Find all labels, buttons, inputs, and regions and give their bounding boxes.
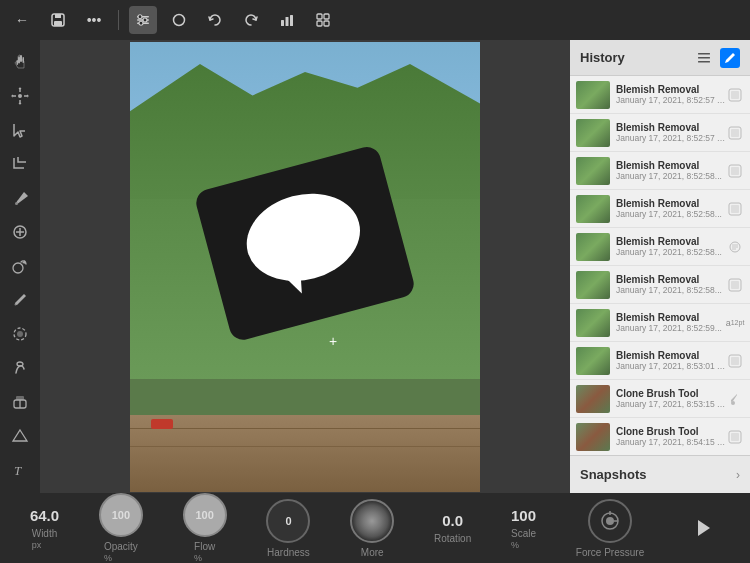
svg-rect-19 <box>17 60 19 65</box>
history-item[interactable]: Blemish Removal January 17, 2021, 8:52:5… <box>570 76 750 114</box>
wood-line2 <box>130 446 480 447</box>
history-time: January 17, 2021, 8:52:58... <box>616 285 726 295</box>
crop-tool[interactable] <box>4 148 36 180</box>
more-control[interactable]: More <box>350 499 394 558</box>
separator <box>118 10 119 30</box>
top-toolbar: ← ••• <box>0 0 750 40</box>
force-pressure-circle[interactable] <box>588 499 632 543</box>
width-control[interactable]: 64.0 Widthpx <box>30 507 59 550</box>
adjustment-tool[interactable] <box>129 6 157 34</box>
snapshots-section[interactable]: Snapshots › <box>570 455 750 493</box>
history-list[interactable]: Blemish Removal January 17, 2021, 8:52:5… <box>570 76 750 455</box>
hardness-circle[interactable]: 0 <box>266 499 310 543</box>
redo-button[interactable] <box>237 6 265 34</box>
opacity-label: Opacity% <box>104 541 138 563</box>
history-thumb <box>576 119 610 147</box>
history-item[interactable]: Clone Brush Tool January 17, 2021, 8:54:… <box>570 418 750 455</box>
blur-tool[interactable] <box>4 318 36 350</box>
grid-button[interactable] <box>309 6 337 34</box>
shapes-tool[interactable] <box>4 420 36 452</box>
back-button[interactable]: ← <box>8 6 36 34</box>
svg-point-34 <box>17 362 23 366</box>
opacity-circle[interactable]: 100 <box>99 493 143 537</box>
history-item[interactable]: Blemish Removal January 17, 2021, 8:52:5… <box>570 228 750 266</box>
svg-rect-18 <box>23 57 25 63</box>
canvas-area[interactable]: + <box>40 40 570 493</box>
svg-point-72 <box>606 517 614 525</box>
move-tool[interactable] <box>4 80 36 112</box>
svg-rect-41 <box>698 57 710 59</box>
history-item[interactable]: Blemish Removal January 17, 2021, 8:52:5… <box>570 266 750 304</box>
history-item-icon: a12pt <box>726 314 744 332</box>
svg-rect-20 <box>18 57 20 64</box>
force-pressure-icon <box>598 509 622 533</box>
svg-rect-58 <box>731 357 739 365</box>
history-edit-icon[interactable] <box>720 48 740 68</box>
history-item-icon <box>726 238 744 256</box>
history-item[interactable]: Blemish Removal January 17, 2021, 8:53:0… <box>570 342 750 380</box>
history-item[interactable]: Blemish Removal January 17, 2021, 8:52:5… <box>570 304 750 342</box>
crosshair-cursor: + <box>329 333 337 349</box>
history-thumb <box>576 195 610 223</box>
history-item[interactable]: Blemish Removal January 17, 2021, 8:52:5… <box>570 152 750 190</box>
undo-button[interactable] <box>201 6 229 34</box>
history-time: January 17, 2021, 8:52:57 AM <box>616 133 726 143</box>
hand-tool[interactable] <box>4 46 36 78</box>
svg-point-8 <box>139 21 143 25</box>
history-list-icon[interactable] <box>694 48 714 68</box>
bottom-toolbar: 64.0 Widthpx 100 Opacity% 100 Flow% 0 Ha… <box>0 493 750 563</box>
history-item[interactable]: Blemish Removal January 17, 2021, 8:52:5… <box>570 190 750 228</box>
svg-rect-56 <box>731 281 739 289</box>
wood-line1 <box>130 428 480 429</box>
heal-tool[interactable] <box>4 216 36 248</box>
history-item[interactable]: Clone Brush Tool January 17, 2021, 8:53:… <box>570 380 750 418</box>
history-item-icon <box>726 86 744 104</box>
eyedropper-tool[interactable] <box>4 284 36 316</box>
erase-tool[interactable] <box>4 386 36 418</box>
svg-point-33 <box>17 331 23 337</box>
scale-control[interactable]: 100 Scale% <box>511 507 536 550</box>
history-thumb <box>576 233 610 261</box>
flow-control[interactable]: 100 Flow% <box>183 493 227 563</box>
svg-rect-11 <box>286 17 289 26</box>
history-title: History <box>580 50 625 65</box>
history-item-icon <box>726 428 744 446</box>
opacity-control[interactable]: 100 Opacity% <box>99 493 143 563</box>
scale-value: 100 <box>511 507 536 524</box>
svg-point-59 <box>731 401 735 405</box>
history-action: Blemish Removal <box>616 198 726 209</box>
text-tool[interactable]: T <box>4 454 36 486</box>
svg-rect-1 <box>55 14 61 18</box>
play-button[interactable] <box>684 510 720 546</box>
svg-point-30 <box>13 263 23 273</box>
flow-circle[interactable]: 100 <box>183 493 227 537</box>
history-action: Blemish Removal <box>616 312 726 323</box>
force-pressure-control[interactable]: Force Pressure <box>576 499 644 558</box>
snapshots-chevron: › <box>736 468 740 482</box>
history-time: January 17, 2021, 8:52:58... <box>616 171 726 181</box>
speech-bubble <box>237 180 370 292</box>
svg-point-26 <box>15 202 18 205</box>
history-info: Clone Brush Tool January 17, 2021, 8:53:… <box>610 388 726 409</box>
save-button[interactable] <box>44 6 72 34</box>
clone-tool[interactable] <box>4 250 36 282</box>
paintbrush-tool[interactable] <box>4 182 36 214</box>
circle-tool[interactable] <box>165 6 193 34</box>
select-tool[interactable] <box>4 114 36 146</box>
history-thumb <box>576 309 610 337</box>
history-item[interactable]: Blemish Removal January 17, 2021, 8:52:5… <box>570 114 750 152</box>
histogram-button[interactable] <box>273 6 301 34</box>
rotation-control[interactable]: 0.0 Rotation <box>434 512 471 544</box>
history-thumb <box>576 271 610 299</box>
dodge-tool[interactable] <box>4 352 36 384</box>
history-info: Blemish Removal January 17, 2021, 8:52:5… <box>610 312 726 333</box>
more-button[interactable]: ••• <box>80 6 108 34</box>
more-label: More <box>361 547 384 558</box>
history-time: January 17, 2021, 8:52:58... <box>616 247 726 257</box>
svg-point-31 <box>15 304 17 306</box>
history-thumb <box>576 81 610 109</box>
rotation-value: 0.0 <box>442 512 463 529</box>
hardness-control[interactable]: 0 Hardness <box>266 499 310 558</box>
history-action: Clone Brush Tool <box>616 388 726 399</box>
svg-rect-17 <box>20 55 22 62</box>
